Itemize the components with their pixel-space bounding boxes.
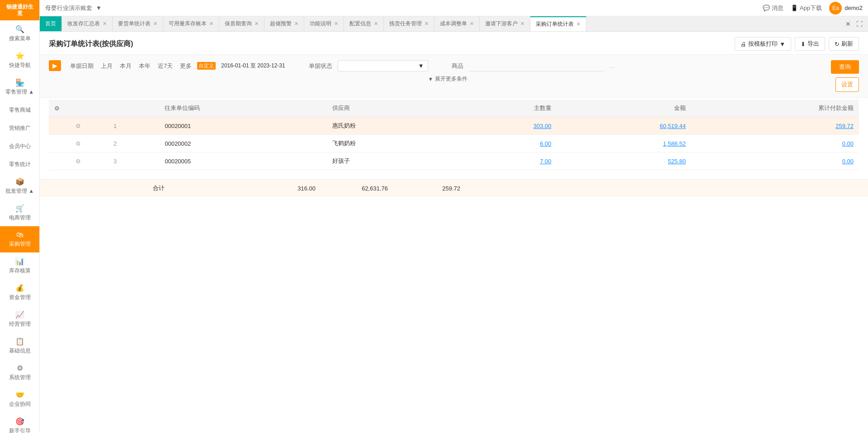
sidebar-item-3[interactable]: 零售商城 bbox=[0, 100, 39, 119]
shortcut-more[interactable]: 更多 bbox=[178, 61, 193, 71]
tab-label-7: 配置信息 bbox=[349, 20, 371, 28]
sidebar-icon-11: 💰 bbox=[15, 284, 24, 292]
tab-4[interactable]: 保质期查询✕ bbox=[219, 16, 264, 32]
qty-col-0[interactable]: 303.00 bbox=[452, 117, 557, 135]
tab-7[interactable]: 配置信息✕ bbox=[344, 16, 384, 32]
sidebar-label-11: 资金管理 bbox=[9, 294, 31, 301]
sidebar-item-5[interactable]: 会员中心 bbox=[0, 137, 39, 155]
sidebar-item-13[interactable]: 📋基础信息 bbox=[0, 333, 39, 359]
sidebar-item-2[interactable]: 🏪零售管理 ▲ bbox=[0, 74, 39, 100]
sidebar-icon-2: 🏪 bbox=[15, 78, 24, 87]
query-button[interactable]: 查询 bbox=[831, 60, 859, 74]
index-col-0: 1 bbox=[108, 117, 160, 135]
footer-label: 合计 bbox=[153, 184, 234, 192]
tab-close-1[interactable]: ✕ bbox=[103, 21, 107, 27]
tab-3[interactable]: 可用量库存账本✕ bbox=[163, 16, 219, 32]
filter-toggle-button[interactable]: ▶ bbox=[49, 60, 61, 71]
company-dropdown-icon[interactable]: ▼ bbox=[96, 5, 102, 11]
tab-close-8[interactable]: ✕ bbox=[425, 21, 429, 27]
tab-label-1: 收发存汇总表 bbox=[67, 20, 100, 28]
sidebar-icon-7: 📦 bbox=[15, 177, 24, 186]
topbar-right: 💬 消息 📱 App下载 Ea demo2 bbox=[763, 2, 863, 14]
settings-col-1[interactable]: ⚙ bbox=[49, 135, 108, 152]
sidebar-icon-9: 🛍 bbox=[16, 231, 24, 239]
tab-0[interactable]: 首页 bbox=[40, 16, 62, 32]
amount-col-2[interactable]: 525.80 bbox=[557, 152, 692, 170]
sidebar-item-7[interactable]: 📦批发管理 ▲ bbox=[0, 173, 39, 200]
custom-tag[interactable]: 自定义 bbox=[197, 62, 216, 70]
tab-9[interactable]: 成本调整单✕ bbox=[434, 16, 480, 32]
company-name: 母婴行业演示账套 bbox=[45, 4, 92, 12]
tabs-bar: 首页收发存汇总表✕要货单统计表✕可用量库存账本✕保质期查询✕超储预警✕功能说明✕… bbox=[40, 16, 868, 32]
sidebar-item-16[interactable]: 🎯新手引导 bbox=[0, 413, 39, 433]
user-menu[interactable]: Ea demo2 bbox=[829, 2, 863, 14]
tab-close-9[interactable]: ✕ bbox=[470, 21, 474, 27]
qty-col-2[interactable]: 7.00 bbox=[452, 152, 557, 170]
tab-5[interactable]: 超储预警✕ bbox=[264, 16, 304, 32]
sidebar-item-11[interactable]: 💰资金管理 bbox=[0, 279, 39, 306]
tab-1[interactable]: 收发存汇总表✕ bbox=[62, 16, 113, 32]
amount-col-1[interactable]: 1,586.52 bbox=[557, 135, 692, 152]
sidebar-item-0[interactable]: 🔍搜索菜单 bbox=[0, 20, 39, 47]
shortcut-7days[interactable]: 近7天 bbox=[156, 61, 175, 71]
tab-close-2[interactable]: ✕ bbox=[153, 21, 157, 27]
settings-col-2[interactable]: ⚙ bbox=[49, 152, 108, 170]
filter-row-1: 单据日期 上月 本月 本年 近7天 更多 自定义 2016-01-01 至 20… bbox=[70, 60, 826, 71]
sidebar-item-10[interactable]: 📊库存核算 bbox=[0, 252, 39, 279]
print-button[interactable]: 🖨 按模板打印 ▼ bbox=[735, 37, 791, 51]
amount-col-0[interactable]: 60,519.44 bbox=[557, 117, 692, 135]
date-range-display[interactable]: 2016-01-01 至 2023-12-31 bbox=[221, 62, 285, 70]
page-header: 采购订单统计表(按供应商) 🖨 按模板打印 ▼ ⬇ 导出 ↻ 刷新 bbox=[40, 32, 868, 55]
tab-close-6[interactable]: ✕ bbox=[334, 21, 338, 27]
app-download-button[interactable]: 📱 App下载 bbox=[791, 4, 822, 12]
tab-close-11[interactable]: ✕ bbox=[576, 21, 580, 27]
tab-close-5[interactable]: ✕ bbox=[294, 21, 298, 27]
close-tab-button[interactable]: ✕ bbox=[844, 19, 853, 29]
filter-right-buttons: 查询 设置 bbox=[831, 60, 859, 92]
sidebar-item-4[interactable]: 营销推广 bbox=[0, 119, 39, 137]
tab-close-7[interactable]: ✕ bbox=[374, 21, 378, 27]
expand-button[interactable]: ▼ 展开更多条件 bbox=[428, 75, 468, 83]
paid-col-2[interactable]: 0.00 bbox=[691, 152, 859, 170]
sidebar-item-15[interactable]: 🤝企业协同 bbox=[0, 386, 39, 413]
paid-col-0[interactable]: 259.72 bbox=[691, 117, 859, 135]
sidebar-item-9[interactable]: 🛍采购管理 bbox=[0, 226, 39, 252]
shortcut-last-month[interactable]: 上月 bbox=[99, 61, 114, 71]
tab-11[interactable]: 采购订单统计表✕ bbox=[530, 16, 586, 32]
refresh-button[interactable]: ↻ 刷新 bbox=[829, 37, 859, 51]
tab-close-10[interactable]: ✕ bbox=[520, 21, 524, 27]
tab-6[interactable]: 功能说明✕ bbox=[304, 16, 344, 32]
main-area: 母婴行业演示账套 ▼ 💬 消息 📱 App下载 Ea demo2 首页收发存汇总… bbox=[40, 0, 868, 433]
shortcut-this-year[interactable]: 本年 bbox=[137, 61, 152, 71]
export-button[interactable]: ⬇ 导出 bbox=[795, 37, 825, 51]
sidebar-item-6[interactable]: 零售统计 bbox=[0, 155, 39, 173]
message-label: 消息 bbox=[772, 4, 783, 12]
tab-close-4[interactable]: ✕ bbox=[255, 21, 259, 27]
tab-close-3[interactable]: ✕ bbox=[209, 21, 213, 27]
maximize-button[interactable]: ⛶ bbox=[854, 19, 864, 29]
tab-label-9: 成本调整单 bbox=[440, 20, 467, 28]
tab-10[interactable]: 邀请下游客户✕ bbox=[480, 16, 530, 32]
qty-col-1[interactable]: 6.00 bbox=[452, 135, 557, 152]
shortcut-this-month[interactable]: 本月 bbox=[118, 61, 133, 71]
settings-button[interactable]: 设置 bbox=[835, 77, 859, 92]
export-label: 导出 bbox=[807, 40, 819, 48]
goods-input[interactable] bbox=[469, 61, 604, 71]
expand-icon: ▼ bbox=[428, 76, 434, 82]
sidebar-label-13: 基础信息 bbox=[9, 347, 31, 355]
code-col-0: 00020001 bbox=[159, 117, 327, 135]
status-select[interactable]: ▼ bbox=[338, 60, 428, 71]
sidebar-icon-0: 🔍 bbox=[15, 25, 24, 33]
settings-col-0[interactable]: ⚙ bbox=[49, 117, 108, 135]
sidebar-item-14[interactable]: ⚙系统管理 bbox=[0, 359, 39, 386]
supplier-col-1: 飞鹤奶粉 bbox=[327, 135, 452, 152]
message-button[interactable]: 💬 消息 bbox=[763, 4, 783, 12]
paid-col-1[interactable]: 0.00 bbox=[691, 135, 859, 152]
sidebar-item-8[interactable]: 🛒电商管理 bbox=[0, 200, 39, 226]
tab-2[interactable]: 要货单统计表✕ bbox=[113, 16, 163, 32]
avatar: Ea bbox=[829, 2, 842, 14]
expand-label: 展开更多条件 bbox=[435, 75, 467, 83]
tab-8[interactable]: 拣货任务管理✕ bbox=[384, 16, 434, 32]
sidebar-item-1[interactable]: ⭐快捷导航 bbox=[0, 47, 39, 74]
sidebar-item-12[interactable]: 📈经营管理 bbox=[0, 306, 39, 333]
